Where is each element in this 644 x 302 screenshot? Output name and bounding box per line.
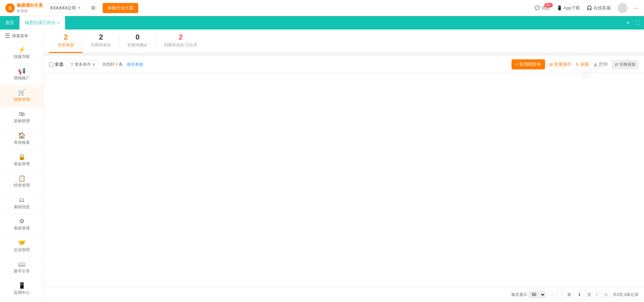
- tab-home[interactable]: 首页: [0, 16, 19, 29]
- found-count-number: 0: [115, 62, 118, 67]
- prev-page-btn[interactable]: ⟨: [558, 291, 566, 299]
- stat-label-pending: 旺辅待确认: [127, 42, 148, 48]
- sidebar-item-marketing[interactable]: 📢 营销推广: [0, 64, 43, 85]
- filter-button[interactable]: ▽ 更多条件 ∨: [67, 60, 98, 69]
- app-center-icon: 📱: [18, 283, 25, 289]
- nav-tabs-controls: ✕ ⛶: [624, 19, 644, 27]
- toolbar-right: + 新增销货单 ⊞ 批量操作 ↻ 刷新 🖨 打印 ⇄ 切换新版: [512, 59, 639, 69]
- sidebar: ☰ 搜索菜单 ⚡ 快捷导航 📢 营销推广 🛒 销售管理 🛍 采购管理 🏠 库存核…: [0, 29, 44, 302]
- message-badge: 99+: [544, 3, 553, 7]
- stat-label-overdue: 到期未收款: [91, 42, 111, 48]
- stats-tabs: 2 全部单据 2 到期未收款 0 旺辅待确认 2 到期未收款 已出库: [44, 29, 644, 53]
- search-icon: ☰: [5, 33, 10, 39]
- sidebar-item-quick-nav[interactable]: ⚡ 快捷导航: [0, 43, 43, 64]
- toolbar-left: 全选 ▽ 更多条件 ∨ 共找到 0 条 相关单据: [49, 60, 143, 69]
- refresh-button[interactable]: ↻ 刷新: [576, 61, 589, 67]
- filter-icon: ▽: [70, 62, 73, 67]
- tab-active[interactable]: 钱货日清工作台 ×: [19, 16, 65, 29]
- app-download-action[interactable]: 📱 App下载: [557, 5, 580, 11]
- per-page-dropdown[interactable]: 50 10 20 100: [529, 291, 546, 298]
- app-logo-text: 畅捷通好生意 标准版: [17, 3, 43, 13]
- sidebar-item-cooperation[interactable]: 🤝 企业协同: [0, 236, 43, 257]
- last-page-btn[interactable]: ⟩⟩: [602, 291, 610, 299]
- stat-tab-overdue-shipped[interactable]: 2 到期未收款 已出库: [156, 29, 205, 53]
- page-nav: ⟨⟨ ⟨ 第 页 ⟩ ⟩⟩: [548, 291, 610, 299]
- close-window-btn[interactable]: ✕: [624, 19, 632, 27]
- stat-tab-all[interactable]: 2 全部单据: [49, 29, 83, 53]
- online-service-action[interactable]: 🎧 在线客服: [587, 5, 611, 11]
- sidebar-item-operation[interactable]: 📋 经营管理: [0, 171, 43, 193]
- all-checkbox-input[interactable]: [49, 62, 53, 67]
- stat-tab-pending[interactable]: 0 旺辅待确认: [119, 29, 156, 53]
- sales-icon: 🛒: [18, 89, 25, 96]
- print-button[interactable]: 🖨 打印: [593, 61, 608, 67]
- quick-nav-icon: ⚡: [18, 47, 25, 53]
- avatar[interactable]: [618, 3, 628, 13]
- settings-icon[interactable]: ⚙: [88, 3, 99, 13]
- batch-operation-button[interactable]: ⊞ 批量操作: [549, 61, 572, 67]
- stat-count-overdue: 2: [99, 34, 103, 41]
- sidebar-item-weixin[interactable]: 💬 企业微信: [0, 300, 43, 302]
- sidebar-item-system[interactable]: ⚙ 系统管理: [0, 214, 43, 236]
- base-info-icon: 🗂: [19, 197, 25, 203]
- next-page-btn[interactable]: ⟩: [593, 291, 601, 299]
- stat-label-all: 全部单据: [58, 42, 74, 48]
- refresh-icon: ↻: [576, 62, 579, 67]
- sidebar-item-app-center[interactable]: 📱 应用中心: [0, 279, 43, 300]
- service-icon: 🎧: [587, 5, 592, 10]
- main-layout: ☰ 搜索菜单 ⚡ 快捷导航 📢 营销推广 🛒 销售管理 🛍 采购管理 🏠 库存核…: [0, 29, 644, 302]
- cooperation-icon: 🤝: [18, 240, 25, 246]
- sidebar-item-guide[interactable]: 📖 新手引导: [0, 257, 43, 279]
- inventory-icon: 🏠: [18, 132, 25, 138]
- stat-count-overdue-shipped: 2: [179, 34, 183, 41]
- switch-version-button[interactable]: ⇄ 切换新版: [612, 60, 639, 69]
- first-page-btn[interactable]: ⟨⟨: [548, 291, 556, 299]
- top-header: 6 畅捷通好生意 标准版 XXXXXX公司 ▼ ⚙ 体验行业方案 💬 消息 99…: [0, 0, 644, 16]
- system-icon: ⚙: [19, 218, 24, 224]
- header-right: 💬 消息 99+ 📱 App下载 🎧 在线客服 —: [535, 3, 639, 13]
- chevron-down-icon: ∨: [92, 62, 95, 67]
- stat-label-overdue-shipped: 到期未收款 已出库: [164, 42, 197, 48]
- total-info: 共0页,0条记录: [613, 292, 639, 298]
- sidebar-item-base-info[interactable]: 🗂 基础信息: [0, 193, 43, 214]
- stat-count-all: 2: [64, 34, 68, 41]
- marketing-icon: 📢: [18, 68, 25, 74]
- select-all-checkbox[interactable]: 全选: [49, 61, 63, 67]
- sidebar-item-inventory[interactable]: 🏠 库存核算: [0, 128, 43, 150]
- message-icon: 💬: [535, 5, 540, 10]
- stat-tab-overdue[interactable]: 2 到期未收款: [83, 29, 119, 53]
- switch-icon: ⇄: [615, 62, 618, 67]
- sidebar-item-sales[interactable]: 🛒 销售管理: [0, 85, 43, 107]
- content-area: 2 全部单据 2 到期未收款 0 旺辅待确认 2 到期未收款 已出库: [44, 29, 644, 302]
- guide-icon: 📖: [18, 261, 25, 267]
- chevron-down-icon: ▼: [77, 6, 81, 10]
- print-icon: 🖨: [593, 62, 598, 67]
- found-count-text: 共找到 0 条: [102, 62, 123, 67]
- download-icon: 📱: [557, 5, 562, 10]
- table-area: [44, 73, 644, 287]
- purchase-icon: 🛍: [19, 111, 25, 117]
- message-action[interactable]: 💬 消息 99+: [535, 5, 550, 11]
- logo-area: 6 畅捷通好生意 标准版: [5, 3, 43, 13]
- trial-button[interactable]: 体验行业方案: [103, 3, 138, 13]
- user-name[interactable]: —: [634, 5, 639, 10]
- nav-tabs-bar: 首页 钱货日清工作台 × ✕ ⛶: [0, 16, 644, 29]
- close-tab-icon[interactable]: ×: [57, 20, 60, 25]
- sidebar-item-finance[interactable]: 🔒 资金管理: [0, 150, 43, 171]
- operation-icon: 📋: [18, 175, 25, 181]
- sidebar-item-search[interactable]: ☰ 搜索菜单: [0, 29, 43, 43]
- app-logo-icon: 6: [5, 3, 15, 13]
- toolbar: 全选 ▽ 更多条件 ∨ 共找到 0 条 相关单据 + 新增销货单 ⊞ 批: [44, 56, 644, 73]
- stat-count-pending: 0: [136, 34, 140, 41]
- pagination-bar: 每页显示 50 10 20 100 ⟨⟨ ⟨ 第 页 ⟩ ⟩⟩ 共0页,0条记录: [44, 287, 644, 302]
- finance-icon: 🔒: [18, 154, 25, 160]
- add-sales-order-button[interactable]: + 新增销货单: [512, 59, 545, 69]
- header-left: 6 畅捷通好生意 标准版 XXXXXX公司 ▼ ⚙ 体验行业方案: [5, 3, 138, 13]
- company-selector[interactable]: XXXXXX公司 ▼: [47, 3, 84, 13]
- batch-icon: ⊞: [549, 62, 553, 67]
- expand-btn[interactable]: ⛶: [633, 19, 641, 27]
- related-link[interactable]: 相关单据: [127, 62, 143, 67]
- per-page-select: 每页显示 50 10 20 100: [511, 291, 546, 298]
- sidebar-item-purchase[interactable]: 🛍 采购管理: [0, 107, 43, 128]
- page-number-input[interactable]: [573, 291, 586, 299]
